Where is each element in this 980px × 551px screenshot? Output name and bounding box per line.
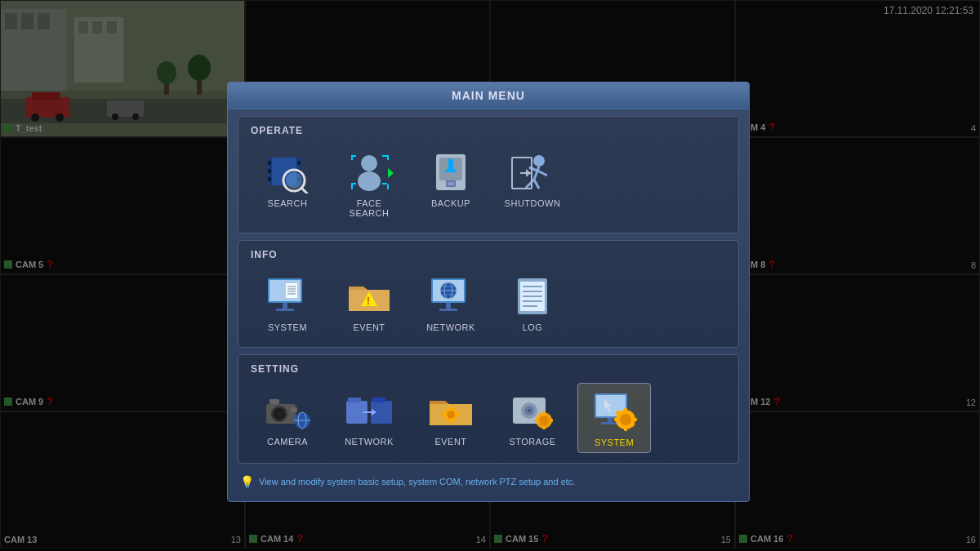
- event-setting-icon: [425, 388, 477, 433]
- svg-point-90: [276, 411, 283, 417]
- operate-items: SEARCH: [251, 144, 726, 223]
- svg-rect-126: [624, 427, 627, 431]
- face-search-label: FACE SEARCH: [337, 198, 401, 218]
- log-info-icon: [506, 273, 559, 319]
- log-info-label: LOG: [523, 322, 543, 332]
- svg-rect-97: [348, 398, 361, 402]
- system-info-label: SYSTEM: [268, 322, 307, 332]
- network-setting-menu-item[interactable]: NETWORK: [332, 383, 406, 453]
- svg-rect-99: [372, 398, 385, 402]
- svg-rect-73: [446, 303, 451, 309]
- storage-setting-menu-item[interactable]: STORAGE: [496, 383, 569, 453]
- svg-rect-125: [624, 408, 627, 412]
- svg-rect-42: [382, 183, 387, 184]
- system-info-icon: [261, 273, 314, 319]
- setting-section: SETTING: [238, 354, 739, 464]
- search-label: SEARCH: [268, 198, 308, 208]
- operate-title: OPERATE: [251, 125, 726, 136]
- hint-text: View and modify system basic setup, syst…: [259, 477, 575, 487]
- svg-point-51: [533, 155, 545, 167]
- shutdown-icon: [506, 149, 559, 195]
- search-icon: [261, 149, 314, 195]
- svg-rect-114: [542, 411, 546, 414]
- network-setting-icon: [343, 388, 395, 433]
- svg-line-33: [301, 188, 307, 193]
- network-info-label: NETWORK: [426, 322, 475, 332]
- svg-rect-106: [442, 413, 445, 416]
- info-section: INFO: [238, 240, 739, 348]
- network-setting-label: NETWORK: [345, 437, 394, 447]
- log-info-menu-item[interactable]: LOG: [496, 269, 569, 337]
- svg-point-111: [528, 409, 531, 412]
- camera-setting-icon: [261, 388, 314, 433]
- shutdown-label: SHUTDOWN: [505, 198, 561, 208]
- camera-setting-label: CAMERA: [267, 437, 308, 447]
- svg-rect-104: [449, 406, 452, 409]
- svg-rect-91: [270, 399, 279, 404]
- system-setting-icon: [588, 389, 640, 434]
- svg-rect-28: [297, 161, 301, 165]
- event-setting-label: EVENT: [434, 437, 466, 447]
- svg-marker-59: [526, 169, 531, 177]
- svg-rect-50: [448, 159, 453, 167]
- system-info-menu-item[interactable]: SYSTEM: [251, 269, 324, 337]
- system-setting-menu-item[interactable]: SYSTEM: [577, 383, 651, 453]
- shutdown-menu-item[interactable]: SHUTDOWN: [496, 144, 569, 223]
- operate-section: OPERATE: [238, 116, 739, 233]
- menu-title: MAIN MENU: [228, 82, 749, 109]
- svg-rect-40: [351, 183, 356, 184]
- backup-icon: [425, 149, 477, 195]
- network-info-menu-item[interactable]: NETWORK: [414, 269, 488, 337]
- svg-rect-74: [439, 309, 457, 311]
- camera-setting-menu-item[interactable]: CAMERA: [251, 383, 324, 453]
- svg-rect-48: [448, 182, 454, 185]
- svg-point-35: [358, 171, 381, 191]
- setting-title: SETTING: [251, 363, 726, 375]
- svg-text:!: !: [367, 295, 370, 307]
- svg-point-34: [361, 155, 377, 171]
- svg-rect-39: [387, 155, 389, 160]
- backup-label: BACKUP: [431, 198, 470, 208]
- svg-point-103: [447, 411, 455, 419]
- svg-point-124: [620, 414, 631, 425]
- hint-bar: 💡 View and modify system basic setup, sy…: [228, 470, 749, 493]
- svg-rect-26: [268, 169, 271, 173]
- svg-rect-63: [276, 309, 294, 311]
- event-info-menu-item[interactable]: ! EVENT: [332, 269, 406, 337]
- setting-items: CAMERA NETWORK: [251, 383, 726, 453]
- search-menu-item[interactable]: SEARCH: [251, 144, 324, 223]
- backup-menu-item[interactable]: BACKUP: [414, 144, 488, 223]
- svg-line-56: [539, 171, 547, 176]
- svg-rect-115: [542, 427, 546, 429]
- face-search-menu-item[interactable]: FACE SEARCH: [332, 144, 406, 223]
- network-info-icon: [425, 273, 477, 319]
- info-title: INFO: [251, 249, 726, 260]
- storage-setting-icon: [506, 388, 559, 433]
- svg-line-54: [534, 180, 539, 189]
- main-menu-dialog: MAIN MENU OPERATE: [227, 82, 750, 502]
- svg-rect-127: [614, 418, 618, 421]
- event-info-label: EVENT: [353, 322, 385, 332]
- svg-rect-38: [382, 155, 387, 157]
- svg-rect-92: [291, 407, 297, 412]
- svg-marker-44: [388, 168, 394, 178]
- hint-icon: 💡: [240, 475, 254, 488]
- svg-rect-117: [550, 419, 553, 422]
- svg-rect-41: [351, 184, 353, 189]
- event-info-icon: !: [343, 273, 395, 319]
- svg-rect-128: [633, 418, 637, 421]
- svg-line-53: [526, 180, 534, 188]
- svg-rect-116: [535, 419, 537, 422]
- svg-rect-37: [351, 155, 353, 160]
- svg-rect-43: [387, 184, 389, 189]
- svg-rect-64: [286, 283, 297, 298]
- face-search-icon: [343, 149, 395, 195]
- svg-point-113: [539, 415, 549, 425]
- event-setting-menu-item[interactable]: EVENT: [414, 383, 488, 453]
- storage-setting-label: STORAGE: [509, 437, 555, 447]
- svg-rect-105: [449, 420, 452, 424]
- svg-point-32: [286, 172, 302, 189]
- svg-rect-25: [268, 161, 271, 165]
- svg-rect-107: [457, 413, 460, 416]
- svg-rect-27: [268, 177, 271, 181]
